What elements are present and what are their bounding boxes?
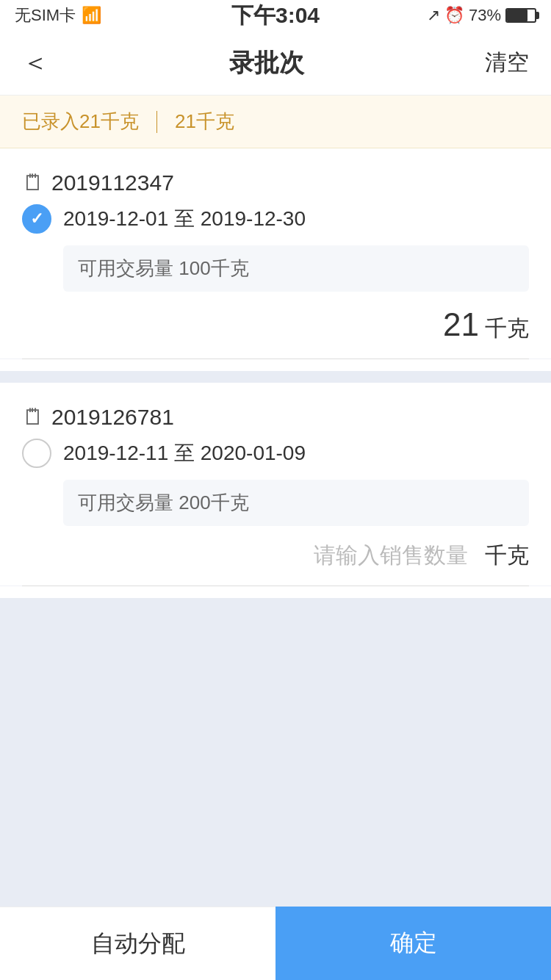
location-icon: ↗ (427, 6, 440, 25)
battery-percent: 73% (469, 6, 501, 25)
nav-bar: ＜ 录批次 清空 (0, 31, 551, 96)
status-left: 无SIM卡 📶 (15, 4, 101, 26)
carrier-label: 无SIM卡 (15, 4, 76, 26)
battery-icon (505, 8, 536, 23)
auto-distribute-button[interactable]: 自动分配 (0, 907, 276, 980)
batch1-amount-value: 21 (443, 306, 479, 343)
sim-icon: 📶 (82, 6, 101, 25)
back-button[interactable]: ＜ (22, 45, 48, 81)
status-time: 下午3:04 (231, 1, 320, 31)
summary-bar: 已录入21千克 21千克 (0, 96, 551, 148)
page-title: 录批次 (229, 46, 304, 80)
batch2-header: 🗒 2019126781 (22, 405, 529, 430)
confirm-button[interactable]: 确定 (276, 907, 551, 980)
batch1-header: 🗒 2019112347 (22, 170, 529, 195)
content-area: 已录入21千克 21千克 🗒 2019112347 2019-12-01 至 2… (0, 96, 551, 980)
batch1-date-row[interactable]: 2019-12-01 至 2019-12-30 (22, 204, 529, 234)
batch2-unit: 千克 (485, 541, 529, 571)
batch2-qty: 可用交易量 200千克 (63, 480, 529, 526)
batch-item-1: 🗒 2019112347 2019-12-01 至 2019-12-30 可用交… (0, 148, 551, 292)
clear-button[interactable]: 清空 (485, 48, 529, 78)
status-right: ↗ ⏰ 73% (427, 6, 536, 25)
batch1-date: 2019-12-01 至 2019-12-30 (63, 205, 306, 233)
batch2-radio[interactable] (22, 439, 51, 468)
batch2-date-row[interactable]: 2019-12-11 至 2020-01-09 (22, 439, 529, 468)
batch2-quantity-input[interactable] (200, 543, 479, 568)
batch1-id: 2019112347 (51, 170, 174, 195)
batch1-qty: 可用交易量 100千克 (63, 245, 529, 292)
status-bar: 无SIM卡 📶 下午3:04 ↗ ⏰ 73% (0, 0, 551, 31)
batch1-amount-unit: 千克 (485, 314, 529, 344)
batch2-icon: 🗒 (22, 405, 44, 430)
bottom-bar: 自动分配 确定 (0, 907, 551, 980)
batch1-amount-row: 21 千克 (0, 292, 551, 359)
batch2-date: 2019-12-11 至 2020-01-09 (63, 439, 306, 467)
batch1-radio[interactable] (22, 204, 51, 234)
batch-item-2: 🗒 2019126781 2019-12-11 至 2020-01-09 可用交… (0, 383, 551, 526)
summary-divider (156, 111, 157, 133)
batch2-input-row: 千克 (0, 526, 551, 586)
summary-value: 21千克 (175, 109, 234, 134)
section-divider (0, 371, 551, 383)
alarm-icon: ⏰ (444, 6, 464, 25)
summary-label: 已录入21千克 (22, 109, 139, 134)
batch2-id: 2019126781 (51, 405, 174, 430)
batch1-icon: 🗒 (22, 170, 44, 195)
